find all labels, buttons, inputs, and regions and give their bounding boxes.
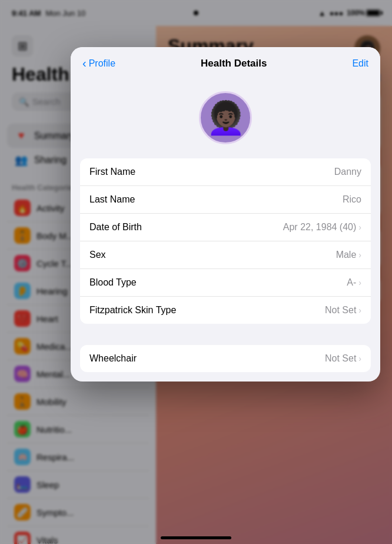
dob-chevron: ›: [358, 223, 361, 232]
skin-type-label: Fitzpatrick Skin Type: [89, 305, 176, 316]
modal-back-label: Profile: [89, 58, 115, 69]
home-indicator: [161, 536, 231, 539]
wheelchair-row[interactable]: Wheelchair Not Set ›: [80, 345, 371, 372]
first-name-value: Danny: [334, 167, 361, 177]
blood-type-label: Blood Type: [89, 277, 137, 288]
skin-type-value: Not Set ›: [325, 305, 361, 316]
modal-form-secondary: Wheelchair Not Set ›: [80, 345, 371, 372]
modal-edit-button[interactable]: Edit: [352, 58, 368, 69]
blood-type-row[interactable]: Blood Type A- ›: [80, 269, 371, 297]
modal-avatar-section: 👩🏿‍🦱: [71, 77, 380, 158]
modal-nav: ‹ Profile Health Details Edit: [71, 47, 380, 77]
skin-type-row[interactable]: Fitzpatrick Skin Type Not Set ›: [80, 297, 371, 324]
modal-section-gap: [71, 333, 380, 345]
back-chevron-icon: ‹: [82, 57, 87, 70]
last-name-value: Rico: [343, 194, 361, 205]
last-name-label: Last Name: [89, 194, 135, 205]
dob-row[interactable]: Date of Birth Apr 22, 1984 (40) ›: [80, 214, 371, 241]
modal-back-button[interactable]: ‹ Profile: [82, 57, 115, 70]
modal-title: Health Details: [201, 58, 267, 69]
wheelchair-chevron: ›: [358, 354, 361, 363]
first-name-row: First Name Danny: [80, 158, 371, 186]
dob-label: Date of Birth: [89, 222, 142, 233]
first-name-label: First Name: [89, 167, 135, 177]
health-details-modal: ‹ Profile Health Details Edit 👩🏿‍🦱 First…: [71, 47, 380, 382]
wheelchair-value: Not Set ›: [325, 353, 361, 364]
skin-type-chevron: ›: [358, 306, 361, 315]
dob-value: Apr 22, 1984 (40) ›: [283, 222, 361, 233]
blood-type-value: A- ›: [347, 277, 361, 288]
sex-label: Sex: [89, 250, 106, 260]
blood-type-chevron: ›: [358, 278, 361, 287]
modal-form-primary: First Name Danny Last Name Rico Date of …: [80, 158, 371, 324]
sex-chevron: ›: [358, 250, 361, 260]
wheelchair-label: Wheelchair: [89, 353, 137, 364]
modal-user-avatar: 👩🏿‍🦱: [199, 91, 252, 144]
sex-row[interactable]: Sex Male ›: [80, 241, 371, 269]
last-name-row: Last Name Rico: [80, 186, 371, 214]
sex-value: Male ›: [336, 250, 361, 260]
